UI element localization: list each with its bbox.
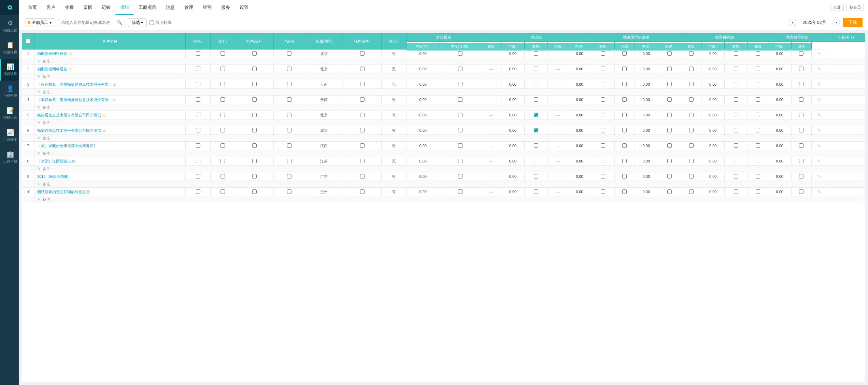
sidebar-item-gongnianbaobiao[interactable]: 🏢 工商年报: [0, 146, 19, 168]
nav-business[interactable]: 工商项目: [134, 0, 161, 15]
chaoshui-checkbox[interactable]: [196, 67, 200, 71]
qingka-checkbox[interactable]: [220, 159, 225, 163]
device-checkbox[interactable]: [360, 128, 365, 132]
nav-operation[interactable]: 经营: [198, 0, 216, 15]
ys-apply-checkbox[interactable]: [799, 82, 803, 86]
cs-apply-checkbox[interactable]: [601, 174, 605, 179]
df-apply-checkbox[interactable]: [734, 128, 738, 132]
cs-pay-checkbox[interactable]: [622, 159, 627, 163]
qingka-checkbox[interactable]: [220, 67, 225, 71]
edit-icon[interactable]: ✎: [817, 82, 821, 87]
confirm-checkbox[interactable]: [252, 189, 257, 194]
download-button[interactable]: 下载: [843, 18, 863, 27]
nav-tax[interactable]: 报税: [115, 0, 134, 15]
cs-apply-checkbox[interactable]: [601, 82, 605, 86]
df-apply-checkbox[interactable]: [734, 189, 738, 194]
caibao-year-checkbox[interactable]: [458, 51, 463, 56]
jy-pay-checkbox[interactable]: [689, 67, 694, 71]
remark-edit-icon[interactable]: ✎: [37, 197, 41, 201]
cs-apply-checkbox[interactable]: [601, 97, 605, 102]
remark-edit-icon[interactable]: ✎: [37, 90, 41, 94]
cs-pay-checkbox[interactable]: [622, 174, 627, 179]
customer-name[interactable]: 勿删新锐网络通信: [37, 67, 67, 71]
ys-apply-checkbox[interactable]: [799, 189, 803, 194]
df-pay-checkbox[interactable]: [756, 143, 760, 148]
customer-name[interactable]: 2013（陶美芳勿删）: [37, 174, 72, 179]
remark-edit-icon[interactable]: ✎: [37, 151, 41, 155]
jy-pay-checkbox[interactable]: [689, 143, 694, 148]
ys-apply-checkbox[interactable]: [799, 143, 803, 148]
nav-manage[interactable]: 管理: [180, 0, 198, 15]
cs-apply-checkbox[interactable]: [601, 189, 605, 194]
zz-apply-checkbox[interactable]: [534, 82, 538, 86]
caibao-year-checkbox[interactable]: [458, 113, 463, 117]
jy-pay-checkbox[interactable]: [689, 128, 694, 132]
jy-pay-checkbox[interactable]: [689, 82, 694, 86]
jy-apply-checkbox[interactable]: [667, 174, 672, 179]
device-checkbox[interactable]: [360, 174, 365, 179]
zz-apply-checkbox[interactable]: [534, 97, 538, 102]
chaoshui-checkbox[interactable]: [196, 143, 200, 148]
zz-apply-checkbox[interactable]: [534, 128, 538, 132]
confirm-checkbox[interactable]: [252, 113, 257, 117]
member-button[interactable]: 畅会员: [846, 4, 864, 11]
named-checkbox-label[interactable]: 名下标表: [150, 20, 172, 26]
yiwanshou-checkbox[interactable]: [287, 159, 291, 163]
chaoshui-checkbox[interactable]: [196, 189, 200, 194]
df-pay-checkbox[interactable]: [756, 174, 760, 179]
df-apply-checkbox[interactable]: [734, 97, 738, 102]
df-pay-checkbox[interactable]: [756, 189, 760, 194]
device-checkbox[interactable]: [360, 143, 365, 148]
df-apply-checkbox[interactable]: [734, 143, 738, 148]
chaoshui-checkbox[interactable]: [196, 159, 200, 163]
cs-pay-checkbox[interactable]: [622, 189, 627, 194]
select-all-checkbox[interactable]: [26, 39, 30, 43]
jy-apply-checkbox[interactable]: [667, 159, 672, 163]
chaoshui-checkbox[interactable]: [196, 128, 200, 132]
zz-apply-checkbox[interactable]: [534, 159, 538, 163]
zz-apply-checkbox[interactable]: [534, 143, 538, 148]
df-pay-checkbox[interactable]: [756, 159, 760, 163]
ys-apply-checkbox[interactable]: [799, 51, 803, 56]
qingka-checkbox[interactable]: [220, 82, 225, 86]
remark-edit-icon[interactable]: ✎: [37, 105, 41, 109]
yiwanshou-checkbox[interactable]: [287, 67, 291, 71]
edit-icon[interactable]: ✎: [817, 189, 821, 195]
df-apply-checkbox[interactable]: [734, 82, 738, 86]
nav-message[interactable]: 消息: [161, 0, 180, 15]
yiwanshou-checkbox[interactable]: [287, 128, 291, 132]
qingka-checkbox[interactable]: [220, 189, 225, 194]
zz-apply-checkbox[interactable]: [534, 113, 538, 117]
df-pay-checkbox[interactable]: [756, 82, 760, 86]
caibao-year-checkbox[interactable]: [458, 189, 463, 194]
cs-pay-checkbox[interactable]: [622, 128, 627, 132]
remark-edit-icon[interactable]: ✎: [37, 167, 41, 171]
table-container[interactable]: 客户名称 抄税↑ 清卡↑ 客户确认↑ 已完税↑ 所属地区↑ 税控设备↑ 收入↑ …: [22, 33, 865, 382]
edit-icon[interactable]: ✎: [817, 112, 821, 118]
cs-apply-checkbox[interactable]: [601, 143, 605, 148]
filter-button[interactable]: 筛选 ▾: [128, 18, 147, 27]
nav-customer[interactable]: 客户: [42, 0, 60, 15]
caibao-year-checkbox[interactable]: [458, 128, 463, 132]
device-checkbox[interactable]: [360, 82, 365, 86]
customer-name[interactable]: 勿删新锐网络通信: [37, 52, 67, 56]
device-checkbox[interactable]: [360, 51, 365, 56]
zz-apply-checkbox[interactable]: [534, 174, 538, 179]
nav-accounting[interactable]: 记账: [97, 0, 115, 15]
cs-apply-checkbox[interactable]: [601, 67, 605, 71]
ys-apply-checkbox[interactable]: [799, 128, 803, 132]
chaoshui-checkbox[interactable]: [196, 97, 200, 102]
yiwanshou-checkbox[interactable]: [287, 113, 291, 117]
customer-name[interactable]: （原）误删勿改李艳芬测试斯春新1: [37, 144, 96, 148]
df-apply-checkbox[interactable]: [734, 51, 738, 56]
nav-service[interactable]: 服务: [216, 0, 235, 15]
caibao-year-checkbox[interactable]: [458, 174, 463, 179]
zz-apply-checkbox[interactable]: [534, 51, 538, 56]
caibao-year-checkbox[interactable]: [458, 143, 463, 148]
device-checkbox[interactable]: [360, 97, 365, 102]
ys-apply-checkbox[interactable]: [799, 159, 803, 163]
df-pay-checkbox[interactable]: [756, 97, 760, 102]
sidebar-item-baoshuijilv[interactable]: 📊 报税记录: [0, 59, 19, 81]
cs-apply-checkbox[interactable]: [601, 51, 605, 56]
edit-icon[interactable]: ✎: [817, 158, 821, 164]
